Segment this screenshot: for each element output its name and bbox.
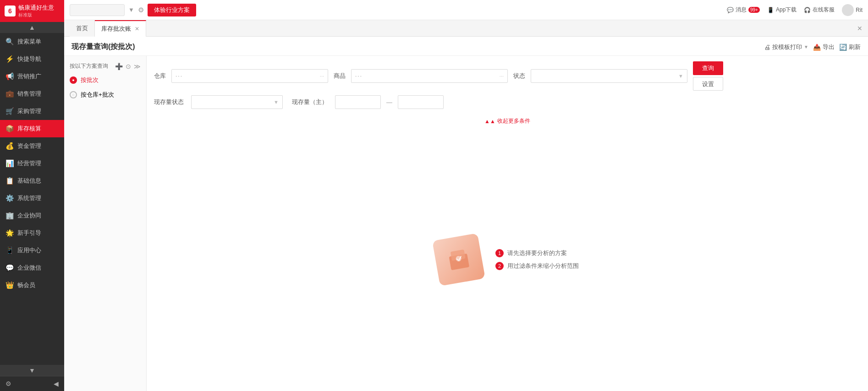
collapse-bar[interactable]: ▲▲ 收起更多条件 <box>154 114 861 129</box>
sales-icon: 💼 <box>5 90 14 98</box>
sidebar-item-wechat[interactable]: 💬 企业微信 <box>0 259 64 277</box>
range-separator: — <box>385 99 394 106</box>
content-body: 按以下方案查询 ➕ ⊙ ≫ ● 按批次 ○ 按仓库+批次 <box>64 56 868 391</box>
scheme-settings-icon[interactable]: ⊙ <box>126 63 131 70</box>
operation-icon: 📊 <box>5 159 14 168</box>
warehouse-expand-icon: ··· <box>320 73 324 79</box>
stock-status-select[interactable]: ▼ <box>191 95 283 109</box>
phone-icon: 📱 <box>767 7 774 13</box>
print-button[interactable]: 🖨 按模板打印 ▼ <box>764 43 808 51</box>
shortcut-icon: ⚡ <box>5 55 14 63</box>
newguide-icon: 🌟 <box>5 229 14 237</box>
stock-qty-to-input[interactable] <box>398 95 444 109</box>
system-icon: ⚙️ <box>5 194 14 202</box>
empty-illustration <box>432 233 485 286</box>
sidebar-item-enterprise[interactable]: 🏢 企业协同 <box>0 207 64 224</box>
warehouse-input[interactable]: ··· ··· <box>171 69 328 83</box>
avatar <box>842 4 854 16</box>
scroll-up-button[interactable]: ▲ <box>0 22 64 33</box>
print-chevron-icon[interactable]: ▼ <box>804 44 808 49</box>
headset-icon: 🎧 <box>804 7 811 13</box>
query-button[interactable]: 查询 <box>693 61 723 75</box>
refresh-icon: 🔄 <box>839 43 847 51</box>
online-service-button[interactable]: 🎧 在线客服 <box>804 6 835 14</box>
app-title: 畅康通好生意 <box>18 4 54 12</box>
message-icon: 💬 <box>727 7 734 13</box>
main-area: ▼ ⚙ 体验行业方案 💬 消息 99+ 📱 App下载 🎧 在线客服 Rit <box>64 0 868 391</box>
status-select[interactable]: ▼ <box>531 69 687 83</box>
sidebar-item-apps[interactable]: 📱 应用中心 <box>0 242 64 259</box>
experience-button[interactable]: 体验行业方案 <box>148 4 196 16</box>
topbar-right: 💬 消息 99+ 📱 App下载 🎧 在线客服 Rit <box>727 4 863 16</box>
sidebar-header: 6 畅康通好生意 标准版 <box>0 0 64 22</box>
basic-icon: 📋 <box>5 177 14 185</box>
sidebar-item-sales[interactable]: 💼 销售管理 <box>0 85 64 103</box>
product-input[interactable]: ··· ··· <box>351 69 508 83</box>
app-download-button[interactable]: 📱 App下载 <box>767 6 797 14</box>
vip-icon: 👑 <box>5 281 14 289</box>
sidebar-item-finance[interactable]: 💰 资金管理 <box>0 137 64 155</box>
topbar-chevron-icon[interactable]: ▼ <box>128 6 134 13</box>
settings-icon[interactable]: ⚙ <box>5 380 11 387</box>
tip-text-2: 用过滤条件来缩小分析范围 <box>507 262 579 270</box>
tab-close-icon[interactable]: ✕ <box>135 26 139 32</box>
right-area: 仓库 ··· ··· 商品 ··· ··· <box>147 56 868 391</box>
stock-qty-from-input[interactable] <box>335 95 381 109</box>
scheme-item-warehouse-batch[interactable]: ○ 按仓库+批次 <box>64 87 146 102</box>
refresh-button[interactable]: 🔄 刷新 <box>839 43 861 51</box>
stock-status-chevron-icon: ▼ <box>274 99 279 105</box>
sidebar-item-purchase[interactable]: 🛒 采购管理 <box>0 103 64 120</box>
sidebar: 6 畅康通好生意 标准版 ▲ 🔍 搜索菜单 ⚡ 快捷导航 📢 营销推广 💼 销售… <box>0 0 64 391</box>
sidebar-item-newguide[interactable]: 🌟 新手引导 <box>0 224 64 242</box>
username-label: Rit <box>856 7 863 13</box>
topbar-gear-icon[interactable]: ⚙ <box>138 6 144 14</box>
filter-product-group: 商品 ··· ··· <box>334 69 508 83</box>
product-expand-icon: ··· <box>500 73 504 79</box>
sidebar-item-vip[interactable]: 👑 畅会员 <box>0 277 64 294</box>
filter-warehouse-group: 仓库 ··· ··· <box>154 69 328 83</box>
sidebar-item-basic[interactable]: 📋 基础信息 <box>0 172 64 190</box>
topbar: ▼ ⚙ 体验行业方案 💬 消息 99+ 📱 App下载 🎧 在线客服 Rit <box>64 0 868 20</box>
apps-icon: 📱 <box>5 246 14 255</box>
sidebar-item-operation[interactable]: 📊 经营管理 <box>0 155 64 172</box>
collapse-sidebar-icon[interactable]: ◀ <box>54 380 59 387</box>
add-scheme-icon[interactable]: ➕ <box>115 63 123 70</box>
tip-num-2: 2 <box>495 262 504 270</box>
page-title: 现存量查询(按批次) <box>71 42 135 52</box>
tip-text-1: 请先选择要分析的方案 <box>507 249 567 257</box>
enterprise-icon: 🏢 <box>5 212 14 220</box>
warehouse-label: 仓库 <box>154 72 168 80</box>
export-icon: 📤 <box>813 43 821 51</box>
collapse-label: 收起更多条件 <box>497 117 530 125</box>
tab-home[interactable]: 首页 <box>70 20 95 37</box>
scheme-item-batch[interactable]: ● 按批次 <box>64 73 146 87</box>
finance-icon: 💰 <box>5 142 14 150</box>
export-button[interactable]: 📤 导出 <box>813 43 835 51</box>
close-all-tabs-icon[interactable]: ✕ <box>852 20 868 37</box>
topbar-search-input[interactable] <box>70 4 125 16</box>
left-panel-title: 按以下方案查询 <box>70 62 108 70</box>
empty-tip-1: 1 请先选择要分析的方案 <box>495 249 579 257</box>
sidebar-item-inventory[interactable]: 📦 库存核算 <box>0 120 64 137</box>
tab-inventory-batch[interactable]: 库存批次账 ✕ <box>95 20 146 37</box>
tip-num-1: 1 <box>495 249 504 257</box>
page-header-actions: 🖨 按模板打印 ▼ 📤 导出 🔄 刷新 <box>764 43 861 51</box>
user-avatar-button[interactable]: Rit <box>842 4 863 16</box>
panel-collapse-icon[interactable]: ≫ <box>134 63 141 70</box>
action-buttons: 查询 设置 <box>693 61 723 91</box>
page-content: 现存量查询(按批次) 🖨 按模板打印 ▼ 📤 导出 🔄 刷新 <box>64 37 868 391</box>
message-button[interactable]: 💬 消息 99+ <box>727 6 760 14</box>
filter-status-group: 状态 ▼ <box>513 69 687 83</box>
sidebar-item-marketing[interactable]: 📢 营销推广 <box>0 68 64 85</box>
scroll-down-button[interactable]: ▼ <box>0 365 64 376</box>
message-badge: 99+ <box>748 7 760 13</box>
purchase-icon: 🛒 <box>5 107 14 115</box>
stock-status-label: 现存量状态 <box>154 98 184 106</box>
sidebar-item-search[interactable]: 🔍 搜索菜单 <box>0 33 64 50</box>
left-panel-header: 按以下方案查询 ➕ ⊙ ≫ <box>64 60 146 73</box>
left-panel: 按以下方案查询 ➕ ⊙ ≫ ● 按批次 ○ 按仓库+批次 <box>64 56 147 391</box>
sidebar-item-system[interactable]: ⚙️ 系统管理 <box>0 190 64 207</box>
sidebar-item-shortcut[interactable]: ⚡ 快捷导航 <box>0 50 64 68</box>
settings-button[interactable]: 设置 <box>693 77 723 91</box>
filter-stock-qty-group: 现存量（主） — <box>292 95 444 109</box>
